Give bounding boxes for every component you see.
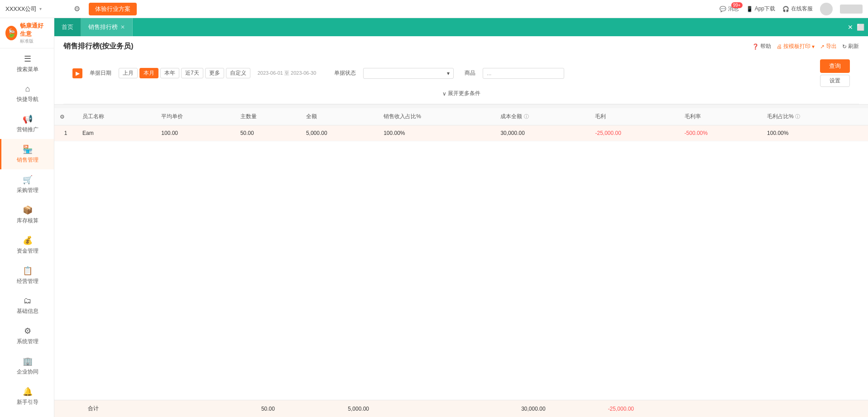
inventory-icon: 📦 bbox=[23, 205, 33, 215]
date-tab-more[interactable]: 更多 bbox=[205, 68, 224, 78]
page-title-row: 销售排行榜(按业务员) ❓ 帮助 🖨 按模板打印 ▾ ↗ bbox=[63, 42, 859, 55]
operations-icon: 📋 bbox=[23, 266, 33, 276]
expand-button[interactable]: ∨ 展开更多条件 bbox=[442, 90, 480, 97]
sidebar-item-sales[interactable]: 🏪 销售管理 bbox=[0, 139, 54, 169]
table-wrapper: ⚙ 员工名称 平均单价 主数量 bbox=[54, 108, 868, 400]
page-content: 销售排行榜(按业务员) ❓ 帮助 🖨 按模板打印 ▾ ↗ bbox=[54, 36, 868, 417]
logo-icon: 🍃 bbox=[5, 26, 17, 40]
question-icon: ❓ bbox=[752, 43, 759, 50]
settings-gear-button[interactable]: ⚙ bbox=[71, 3, 83, 15]
col-name: 员工名称 bbox=[77, 108, 156, 125]
sidebar-item-apps[interactable]: 📱 应用中心 bbox=[0, 412, 54, 417]
footer-row: 合计 50.00 5,000.00 30,000.00 -25,000.00 bbox=[54, 400, 868, 417]
export-icon: ↗ bbox=[820, 43, 825, 50]
message-icon: 💬 bbox=[719, 6, 726, 12]
expand-chevron-icon: ∨ bbox=[442, 91, 446, 97]
footer-cost: 30,000.00 bbox=[516, 406, 602, 412]
refresh-button[interactable]: ↻ 刷新 bbox=[842, 43, 859, 50]
footer-summary-label: 合计 bbox=[82, 405, 169, 412]
cell-quantity: 50.00 bbox=[235, 125, 301, 141]
sidebar-item-basics[interactable]: 🗂 基础信息 bbox=[0, 291, 54, 321]
sales-icon: 🏪 bbox=[23, 144, 33, 154]
cell-avg-price: 100.00 bbox=[156, 125, 235, 141]
cost-info-icon: ⓘ bbox=[524, 114, 529, 119]
cell-name: Eam bbox=[77, 125, 156, 141]
col-gross-rate: 毛利率 bbox=[679, 108, 762, 125]
enterprise-icon: 🏢 bbox=[23, 356, 33, 366]
col-cost: 成本全额 ⓘ bbox=[495, 108, 590, 125]
page-header: 销售排行榜(按业务员) ❓ 帮助 🖨 按模板打印 ▾ ↗ bbox=[54, 36, 868, 105]
filter-toggle-button[interactable]: ▶ bbox=[72, 68, 82, 78]
finance-icon: 💰 bbox=[23, 235, 33, 245]
company-selector[interactable]: XXXXX公司 ▾ bbox=[5, 5, 69, 13]
avatar[interactable] bbox=[820, 3, 833, 15]
date-range-text: 2023-06-01 至 2023-06-30 bbox=[258, 70, 317, 77]
tab-bar: 首页 销售排行榜 ✕ ✕ ⬜ bbox=[54, 18, 868, 36]
help-button[interactable]: ❓ 帮助 bbox=[752, 43, 771, 50]
top-right-actions: 💬 消息 99+ 📱 App下载 🎧 在线客服 bbox=[719, 3, 863, 15]
date-tab-custom[interactable]: 自定义 bbox=[226, 68, 250, 78]
basics-icon: 🗂 bbox=[24, 296, 32, 306]
main-layout: 🍃 畅康通好生意 标准版 ☰ 搜索菜单 ⌂ 快捷导航 📢 营销推广 🏪 销售管理… bbox=[0, 18, 868, 417]
cell-amount: 5,000.00 bbox=[301, 125, 378, 141]
search-icon: ☰ bbox=[24, 54, 31, 64]
status-label: 单据状态 bbox=[334, 69, 356, 77]
online-service-button[interactable]: 🎧 在线客服 bbox=[782, 5, 813, 13]
goods-input[interactable]: ... bbox=[483, 68, 564, 79]
guide-icon: 🔔 bbox=[23, 387, 33, 397]
col-gross: 毛利 bbox=[590, 108, 679, 125]
print-chevron-icon: ▾ bbox=[812, 43, 815, 50]
col-avg-price: 平均单价 bbox=[156, 108, 235, 125]
sidebar-item-quicknav[interactable]: ⌂ 快捷导航 bbox=[0, 79, 54, 109]
action-buttons: 查询 设置 bbox=[820, 59, 850, 87]
date-tab-current-year[interactable]: 本年 bbox=[160, 68, 179, 78]
sidebar-item-guide[interactable]: 🔔 新手引导 bbox=[0, 381, 54, 412]
phone-icon: 📱 bbox=[746, 6, 753, 12]
company-name: XXXXX公司 bbox=[5, 5, 37, 13]
sidebar-item-marketing[interactable]: 📢 营销推广 bbox=[0, 109, 54, 139]
logo-area: 🍃 畅康通好生意 标准版 bbox=[0, 18, 54, 48]
goods-label: 商品 bbox=[465, 69, 475, 77]
tab-close-icon[interactable]: ✕ bbox=[120, 24, 125, 30]
table-footer: 合计 50.00 5,000.00 30,000.00 -25,000.00 bbox=[54, 400, 868, 417]
message-button[interactable]: 💬 消息 99+ bbox=[719, 5, 739, 13]
sidebar-item-search[interactable]: ☰ 搜索菜单 bbox=[0, 48, 54, 79]
top-bar: XXXXX公司 ▾ ⚙ 体验行业方案 💬 消息 99+ 📱 App下载 🎧 在线… bbox=[0, 0, 868, 18]
content-area: 首页 销售排行榜 ✕ ✕ ⬜ 销售排行榜(按业务员) ❓ 帮助 bbox=[54, 18, 868, 417]
sidebar-item-operations[interactable]: 📋 经营管理 bbox=[0, 260, 54, 291]
query-button[interactable]: 查询 bbox=[820, 59, 850, 73]
export-button[interactable]: ↗ 导出 bbox=[820, 43, 837, 50]
tab-close-button[interactable]: ✕ bbox=[848, 24, 853, 31]
footer-gross: -25,000.00 bbox=[603, 406, 689, 412]
sidebar-item-inventory[interactable]: 📦 库存核算 bbox=[0, 200, 54, 230]
cell-sales-ratio: 100.00% bbox=[378, 125, 495, 141]
tab-sales-rank[interactable]: 销售排行榜 ✕ bbox=[81, 18, 133, 36]
date-tabs: 上月 本月 本年 近7天 更多 自定义 bbox=[119, 68, 250, 78]
home-icon: ⌂ bbox=[25, 84, 30, 94]
sidebar-item-purchase[interactable]: 🛒 采购管理 bbox=[0, 169, 54, 200]
print-button[interactable]: 🖨 按模板打印 ▾ bbox=[777, 43, 815, 50]
tab-home[interactable]: 首页 bbox=[54, 18, 81, 36]
status-select[interactable]: ▾ bbox=[363, 68, 454, 79]
status-chevron-icon: ▾ bbox=[447, 70, 450, 77]
cell-gross-ratio: 100.00% bbox=[762, 125, 868, 141]
date-tab-prev-month[interactable]: 上月 bbox=[119, 68, 138, 78]
date-tab-7days[interactable]: 近7天 bbox=[181, 68, 203, 78]
col-amount: 全额 bbox=[301, 108, 378, 125]
sidebar-item-enterprise[interactable]: 🏢 企业协同 bbox=[0, 351, 54, 381]
purchase-icon: 🛒 bbox=[23, 175, 33, 185]
table-header-row: ⚙ 员工名称 平均单价 主数量 bbox=[54, 108, 868, 125]
table-settings-button[interactable]: 设置 bbox=[820, 75, 850, 87]
user-name-placeholder bbox=[840, 5, 863, 14]
logo-subtitle: 标准版 bbox=[20, 38, 48, 44]
table-spacer bbox=[54, 141, 868, 277]
sidebar-item-system[interactable]: ⚙ 系统管理 bbox=[0, 321, 54, 351]
sidebar-item-finance[interactable]: 💰 资金管理 bbox=[0, 230, 54, 260]
app-download-button[interactable]: 📱 App下载 bbox=[746, 5, 775, 13]
col-settings: ⚙ bbox=[54, 108, 77, 125]
trial-button[interactable]: 体验行业方案 bbox=[89, 3, 137, 15]
tab-restore-button[interactable]: ⬜ bbox=[857, 24, 864, 31]
col-sales-ratio: 销售收入占比% bbox=[378, 108, 495, 125]
goods-ellipsis: ... bbox=[487, 70, 491, 77]
date-tab-current-month[interactable]: 本月 bbox=[139, 68, 158, 78]
